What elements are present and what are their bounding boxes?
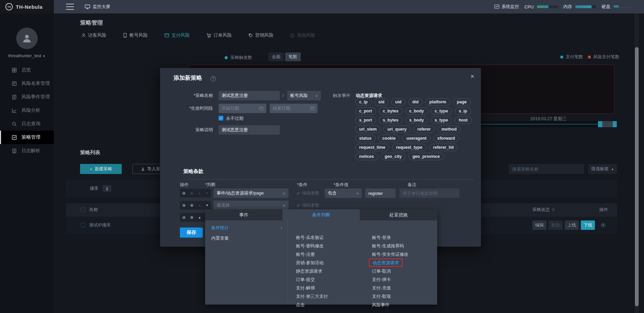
status-column-header: 策略状态 ▽ xyxy=(532,207,555,213)
pencil-icon xyxy=(296,192,300,195)
dropdown-tab-event[interactable]: 事件 xyxy=(205,209,282,220)
field-tag: c_ip xyxy=(355,98,372,106)
system-monitor-link[interactable]: 系统监控 xyxy=(494,4,519,10)
judge-select-row1[interactable]: 事件/动态资源请求/page ∨ xyxy=(214,188,289,198)
tab-order-risk[interactable]: 订单风险 xyxy=(206,32,232,38)
offline-button[interactable]: 下线 xyxy=(581,220,595,230)
sidebar-item-risk-events[interactable]: 风险事件管理 xyxy=(0,90,54,104)
user-menu[interactable]: threathunter_test ▼ xyxy=(0,53,54,58)
policy-name-input[interactable] xyxy=(219,91,280,100)
row-checkbox[interactable] xyxy=(81,223,85,227)
condition-value-input-row1[interactable] xyxy=(365,188,395,198)
submenu-builtin-vars[interactable]: 内置变量 xyxy=(205,233,287,243)
scrollbar-thumb[interactable] xyxy=(635,47,639,306)
trigger-legend-label: 策略触发数 xyxy=(230,55,252,61)
move-up-icon[interactable]: ▲ xyxy=(198,216,201,219)
online-button[interactable]: 上线 xyxy=(565,220,579,230)
avatar[interactable] xyxy=(16,28,38,49)
dropdown-tabs: 事件 条件判断 处置措施 xyxy=(205,209,437,220)
policy-desc-input[interactable] xyxy=(219,125,280,135)
search-input[interactable] xyxy=(509,164,584,174)
dropdown-option[interactable]: 营销-参加活动 xyxy=(296,258,368,267)
dropdown-option[interactable]: 订单-提交 xyxy=(296,275,368,284)
dropdown-option[interactable]: 账号-密码修改 xyxy=(296,242,368,250)
sidebar-item-overview[interactable]: 总览 xyxy=(0,63,54,77)
dropdown-option[interactable]: 风险事件 xyxy=(372,301,444,309)
field-tag: uri_stem xyxy=(355,126,381,133)
page-title: 策略管理 xyxy=(80,19,103,27)
edit-button[interactable]: 编辑 xyxy=(532,220,546,230)
cond-column-header: *条件 xyxy=(297,182,307,188)
sidebar-item-log-parse[interactable]: 日志解析 xyxy=(0,144,54,158)
note-input-row1[interactable] xyxy=(400,188,459,198)
start-date-input: 开始日期 xyxy=(219,104,266,113)
move-down-icon[interactable]: ▼ xyxy=(205,204,209,207)
tab-marketing-risk[interactable]: 营销风险 xyxy=(249,32,273,38)
highlighted-option-label[interactable]: 动态资源请求 xyxy=(369,258,403,267)
action-column-header: 操作 xyxy=(599,207,608,213)
filter-tags-button[interactable]: 筛选标签 ▲ xyxy=(588,164,617,174)
field-tag: method xyxy=(438,126,461,133)
slider-handle-left[interactable] xyxy=(598,121,602,127)
separator: / xyxy=(282,91,284,100)
amount-toggle-button[interactable]: 金额 xyxy=(268,53,284,61)
cond-value-column-header: *条件值 xyxy=(334,182,348,188)
never-expire-checkbox[interactable]: ✓ xyxy=(219,116,223,120)
condition-select-row1[interactable]: 包含 ∨ xyxy=(325,188,362,198)
filter-funnel-icon[interactable]: ▽ xyxy=(552,208,555,212)
risk-category-select[interactable]: 帐号风险 ∨ xyxy=(287,91,321,100)
hamburger-menu-icon[interactable] xyxy=(66,4,74,10)
dropdown-option[interactable]: 支付-取现 xyxy=(372,292,444,301)
order-cart-icon xyxy=(206,33,211,38)
save-button[interactable]: 保存 xyxy=(180,228,203,238)
dropdown-option[interactable]: 账号-注册 xyxy=(296,250,368,258)
dropdown-option[interactable]: 静态资源请求 xyxy=(296,267,368,275)
filter-chip-label[interactable]: 撞库 xyxy=(90,185,99,192)
dropdown-option[interactable]: 支付-充值 xyxy=(372,284,444,292)
tab-account-risk[interactable]: 帐号风险 xyxy=(123,32,148,38)
dropdown-option[interactable]: 点击 xyxy=(296,301,368,309)
field-tag: sid xyxy=(374,98,388,106)
dropdown-option[interactable]: 账号-生成推荐码 xyxy=(372,242,444,250)
sidebar-item-risk-list[interactable]: 风险名单管理 xyxy=(0,77,54,90)
select-all-checkbox[interactable] xyxy=(81,208,85,212)
sidebar-item-label: 日志解析 xyxy=(22,148,40,154)
add-row-icon[interactable]: ⊕ xyxy=(182,215,186,220)
dropdown-option[interactable]: 订单-取消 xyxy=(372,267,444,275)
slider-handle-middle[interactable] xyxy=(602,121,613,127)
term-row-op-group: ⊕ ⊗ ▲ ▼ xyxy=(180,201,211,210)
new-policy-button[interactable]: + 新建策略 xyxy=(80,164,122,174)
dropdown-option-highlighted[interactable]: 动态资源请求 xyxy=(372,258,444,267)
dropdown-tab-action[interactable]: 处置措施 xyxy=(360,209,437,220)
field-tag: c_port xyxy=(355,107,376,115)
never-expire-label: 永不过期 xyxy=(226,115,243,121)
add-row-icon[interactable]: ⊕ xyxy=(182,203,186,208)
add-row-icon[interactable]: ⊕ xyxy=(182,191,186,196)
top-bar: TH TH-Nebula 监控大屏 系统监控 CPU 内存 硬盘 xyxy=(0,0,644,13)
help-icon[interactable]: ? xyxy=(211,76,216,81)
sidebar-item-policy-management[interactable]: 策略管理 xyxy=(0,131,54,144)
remove-row-icon[interactable]: ⊗ xyxy=(190,203,193,208)
dropdown-option[interactable]: 账号-登录 xyxy=(372,233,444,242)
count-toggle-button[interactable]: 笔数 xyxy=(285,53,301,61)
close-icon[interactable]: × xyxy=(470,73,474,80)
dropdown-option[interactable]: 账号-实名验证 xyxy=(296,233,368,242)
slider-handle-right[interactable] xyxy=(613,121,617,127)
dropdown-tab-condition[interactable]: 条件判断 xyxy=(282,209,360,220)
sidebar-item-risk-analysis[interactable]: 风险分析 xyxy=(0,104,54,117)
edit-param-row2: 编辑参数 xyxy=(296,201,319,210)
dropdown-option[interactable]: 支付-绑卡 xyxy=(372,275,444,284)
sidebar-item-log-query[interactable]: 日志查询 xyxy=(0,117,54,131)
tab-payment-risk[interactable]: 支付风险 xyxy=(164,32,190,38)
remove-row-icon[interactable]: ⊗ xyxy=(190,215,193,220)
slider-handle[interactable] xyxy=(598,121,617,127)
tab-visitor-risk[interactable]: 访客风险 xyxy=(81,32,106,38)
monitor-screen-menu[interactable]: 监控大屏 xyxy=(85,0,110,13)
submenu-condition-stats[interactable]: 条件统计 › xyxy=(205,222,287,233)
judge-select-row2[interactable]: 请选择 ∧ xyxy=(214,201,289,210)
dropdown-option[interactable]: 账号-安全凭证修改 xyxy=(372,250,444,258)
dropdown-option[interactable]: 支付-第三方支付 xyxy=(296,292,368,301)
field-tag: uri_query xyxy=(383,126,411,133)
dropdown-option[interactable]: 支付-解绑 xyxy=(296,284,368,292)
row-expand-icon[interactable] xyxy=(601,223,605,227)
